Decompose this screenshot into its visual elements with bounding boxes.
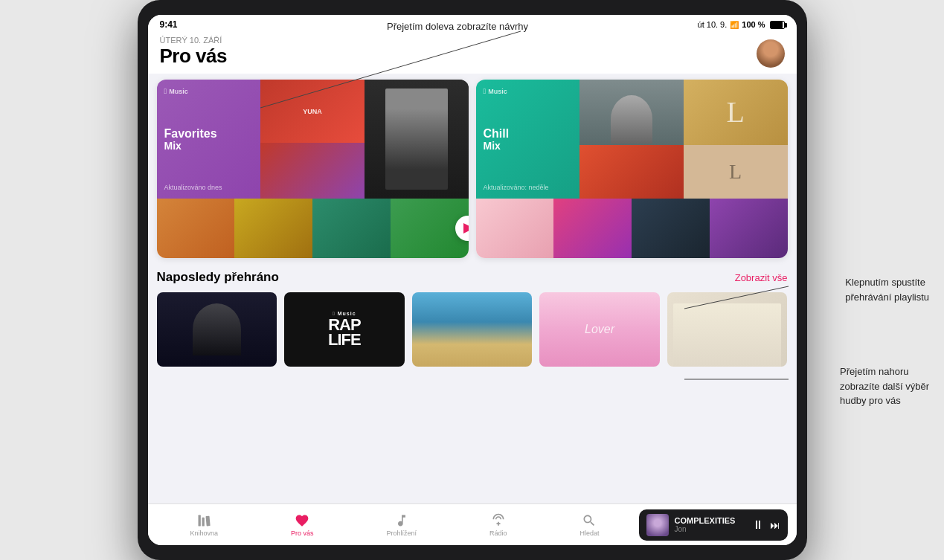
apple-icon:  (164, 87, 167, 95)
recently-row:  Music RAPLIFE Lover (157, 292, 788, 367)
section-header: Naposledy přehráno Zobrazit vše (157, 270, 788, 285)
recent-item-raplife[interactable]:  Music RAPLIFE (284, 292, 405, 367)
status-bar: 9:41 út 10. 9. 📶 100 % (148, 15, 797, 34)
annotation-scroll: Přejetím nahoruzobrazíte další výběrhudb… (840, 364, 929, 408)
heart-icon (295, 513, 309, 528)
play-icon (463, 223, 469, 234)
library-icon (196, 513, 211, 528)
now-playing-bar[interactable]: COMPLEXITIES Jon ⏸ ⏭ (639, 509, 788, 541)
chill-mix-card[interactable]:  Music Chill Mix Aktualizováno: neděle (476, 80, 788, 258)
chill-apple-label:  Music (484, 87, 573, 95)
svg-rect-3 (199, 515, 201, 526)
now-playing-title: COMPLEXITIES (675, 516, 746, 525)
favorites-title: Favorites (164, 127, 254, 141)
apple-music-label:  Music (164, 87, 254, 95)
favorites-updated: Aktualizováno dnes (164, 184, 254, 191)
radio-icon (491, 513, 506, 528)
annotation-play: Klepnutím spustítepřehrávání playlistu (845, 275, 929, 304)
chill-updated: Aktualizováno: neděle (484, 184, 573, 191)
tab-browse-label: Prohlížení (386, 530, 417, 537)
favorites-mix-card[interactable]:  Music Favorites Mix Aktualizováno dnes (157, 80, 469, 258)
recent-item-1[interactable] (157, 292, 277, 367)
thumb-L: L (684, 80, 788, 145)
nav-tabs: Knihovna Pro vás Prohlížení (154, 510, 636, 540)
page-title: Pro vás (160, 45, 227, 68)
now-playing-controls: ⏸ ⏭ (752, 518, 780, 532)
avatar[interactable] (757, 39, 785, 68)
tab-library-label: Knihovna (190, 530, 218, 537)
recent-item-lover[interactable]: Lover (539, 292, 660, 367)
thumb-teal-cover (312, 199, 391, 258)
main-content:  Music Favorites Mix Aktualizováno dnes (148, 74, 797, 503)
chill-music-text: Music (488, 88, 507, 95)
now-playing-artist: Jon (675, 525, 746, 533)
see-all-button[interactable]: Zobrazit vše (735, 272, 788, 283)
tab-search[interactable]: Hledat (574, 510, 605, 540)
chill-subtitle: Mix (484, 140, 573, 152)
tab-foryou[interactable]: Pro vás (285, 510, 320, 540)
recently-title: Naposledy přehráno (157, 270, 279, 285)
status-date: út 10. 9. (698, 20, 728, 29)
svg-rect-4 (202, 517, 205, 526)
chill-apple-icon:  (484, 87, 487, 95)
battery-icon (770, 21, 785, 29)
tab-search-label: Hledat (579, 530, 599, 537)
thumb-dark-woman (365, 80, 469, 199)
recently-section: Naposledy přehráno Zobrazit vše (157, 270, 788, 367)
favorites-mix-header:  Music Favorites Mix Aktualizováno dnes (157, 80, 261, 199)
thumb-dark-cover2 (632, 199, 710, 258)
thumb-colorful2 (553, 199, 632, 258)
search-icon (582, 513, 597, 528)
favorites-subtitle: Mix (164, 140, 254, 152)
recent-item-peggy[interactable] (667, 292, 788, 367)
thumb-woman1 (157, 199, 235, 258)
forward-button[interactable]: ⏭ (770, 519, 780, 531)
status-time: 9:41 (160, 19, 178, 30)
recent-item-pool[interactable] (412, 292, 533, 367)
thumb-sitting (234, 199, 312, 258)
svg-rect-5 (206, 515, 211, 526)
tab-radio-label: Rádio (489, 530, 507, 537)
favorites-bottom-row (157, 199, 469, 258)
now-playing-info: COMPLEXITIES Jon (675, 516, 746, 533)
tab-browse[interactable]: Prohlížení (380, 510, 423, 540)
tab-foryou-label: Pro vás (291, 530, 314, 537)
thumb-triangle (579, 145, 684, 199)
bottom-nav: Knihovna Pro vás Prohlížení (148, 503, 797, 545)
chill-title: Chill (484, 127, 573, 141)
browse-icon (394, 513, 409, 528)
thumb-L2: L (684, 145, 788, 199)
tab-radio[interactable]: Rádio (484, 510, 513, 540)
now-playing-thumb (646, 514, 669, 536)
thumb-pink-gum (476, 199, 554, 258)
status-right: út 10. 9. 📶 100 % (698, 20, 785, 29)
header-date: ÚTERÝ 10. ZÁŘÍ (160, 36, 227, 45)
battery-label: 100 % (742, 20, 765, 29)
chill-bottom-row (476, 199, 788, 258)
apple-music-text: Music (169, 88, 188, 95)
thumb-yuna: YUNA (260, 80, 365, 143)
chill-mix-header:  Music Chill Mix Aktualizováno: neděle (476, 80, 580, 199)
tab-library[interactable]: Knihovna (184, 510, 224, 540)
thumb-purple-woman (710, 199, 788, 258)
mixes-row:  Music Favorites Mix Aktualizováno dnes (157, 80, 788, 258)
thumb-man-grey (579, 80, 684, 145)
thumb-colorful (260, 143, 365, 199)
wifi-icon: 📶 (730, 21, 739, 29)
pause-button[interactable]: ⏸ (752, 518, 764, 532)
page-header: ÚTERÝ 10. ZÁŘÍ Pro vás (148, 34, 797, 74)
